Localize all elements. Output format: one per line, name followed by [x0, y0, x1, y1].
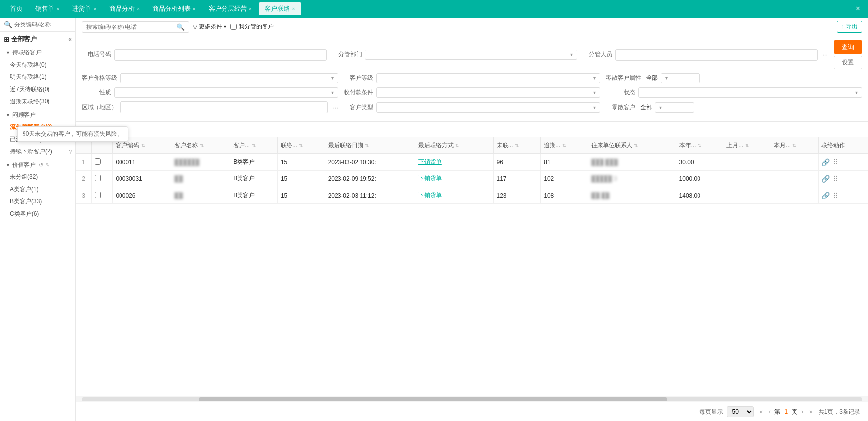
- sidebar-group-lost-title[interactable]: ▼ 闷顾客户: [0, 109, 75, 121]
- more-action-icon-3[interactable]: ⠿: [833, 192, 838, 199]
- link-action-icon-1[interactable]: 🔗: [821, 158, 830, 166]
- per-page-select[interactable]: 50 100 200: [727, 406, 754, 417]
- sidebar-item-week[interactable]: 近7天待联络(0): [0, 83, 75, 96]
- sort-code-icon: ⇅: [141, 143, 145, 148]
- col-overdue[interactable]: 逾期... ⇅: [541, 137, 588, 154]
- sidebar-search-input[interactable]: [14, 21, 76, 28]
- last-page-button[interactable]: »: [807, 407, 815, 416]
- filter-select-customer-type[interactable]: ▾: [376, 102, 600, 113]
- filter-select-price-level[interactable]: ▾: [120, 73, 338, 83]
- filter-select-payment[interactable]: ▾: [376, 87, 600, 98]
- col-contacts2[interactable]: 往来单位联系人 ⇅: [588, 137, 676, 154]
- export-button[interactable]: ↑ 导出: [837, 21, 862, 33]
- more-action-icon-2[interactable]: ⠿: [833, 175, 838, 183]
- filter-select-status[interactable]: ▾: [638, 87, 862, 98]
- row-checkbox-1[interactable]: [95, 158, 101, 165]
- value-refresh-icon[interactable]: ↺: [39, 162, 43, 168]
- col-contacts[interactable]: 联络... ⇅: [277, 137, 325, 154]
- manager-dots-icon[interactable]: ···: [822, 51, 828, 58]
- filter-select-customer-level[interactable]: ▾: [376, 73, 600, 83]
- close-tab-purchase-icon[interactable]: ×: [93, 6, 96, 12]
- row-checkbox-2[interactable]: [95, 175, 101, 181]
- filter-label-manager: 分管人员: [583, 50, 612, 59]
- row-overdue-1: 81: [541, 154, 588, 171]
- col-last-way[interactable]: 最后联络方式 ⇅: [415, 137, 493, 154]
- filter-select-nature[interactable]: ▾: [114, 87, 338, 98]
- col-type[interactable]: 客户... ⇅: [230, 137, 278, 154]
- filter-select-scatter-attr[interactable]: ▾: [661, 73, 700, 83]
- nav-tab-analysis[interactable]: 商品分析 ×: [103, 2, 145, 15]
- filter-input-region[interactable]: [120, 101, 328, 113]
- row-type-1: B类客户: [230, 154, 278, 171]
- row-unlinked-2: 117: [493, 171, 541, 187]
- close-tab-customer-layer-icon[interactable]: ×: [249, 6, 252, 12]
- value-edit-icon[interactable]: ✎: [45, 162, 49, 168]
- sort-type-icon: ⇅: [252, 143, 256, 148]
- nav-tab-customer-layer[interactable]: 客户分层经营 ×: [203, 2, 258, 15]
- next-page-button[interactable]: ›: [799, 407, 805, 416]
- nav-home[interactable]: 首页: [4, 2, 28, 15]
- sidebar-item-today[interactable]: 今天待联络(0): [0, 59, 75, 71]
- row-this-month-3: [771, 187, 819, 204]
- table-area: 客户编码 ⇅ 客户名称 ⇅ 客户... ⇅ 联络...: [76, 137, 868, 396]
- filter-select-retail[interactable]: ▾: [655, 102, 694, 113]
- row-last-way-3: 下销货单: [415, 187, 493, 204]
- sidebar-item-tomorrow[interactable]: 明天待联络(1): [0, 71, 75, 83]
- h-scroll-track[interactable]: [82, 397, 862, 401]
- col-unlinked[interactable]: 未联... ⇅: [493, 137, 541, 154]
- filter-input-phone[interactable]: [114, 49, 327, 61]
- close-tab-analysis-list-icon[interactable]: ×: [193, 6, 195, 12]
- nav-tab-analysis-list[interactable]: 商品分析列表 ×: [146, 2, 201, 15]
- filter-select-dept[interactable]: ▾: [365, 50, 578, 60]
- filter-field-phone: 电话号码: [82, 49, 327, 61]
- filter-input-manager[interactable]: [615, 49, 818, 61]
- toolbar-row: ⚙: [76, 122, 868, 137]
- h-scroll-thumb[interactable]: [199, 397, 667, 401]
- sidebar-item-overdue[interactable]: 逾期未联络(30): [0, 96, 75, 108]
- chevron-pricelevel-icon: ▾: [331, 75, 334, 81]
- sidebar-item-c-class[interactable]: C类客户(6): [0, 208, 75, 220]
- link-action-icon-2[interactable]: 🔗: [821, 175, 830, 183]
- filter-label-region: 区域（地区）: [82, 103, 117, 112]
- sidebar-item-declining[interactable]: 持续下滑客户(2) ?: [0, 146, 75, 158]
- search-submit-icon[interactable]: 🔍: [176, 23, 185, 31]
- collapse-icon[interactable]: «: [68, 36, 72, 43]
- query-button[interactable]: 查询: [834, 40, 862, 54]
- sidebar-group-value-title[interactable]: ▼ 价值客户 ↺ ✎: [0, 159, 75, 171]
- region-dots-icon[interactable]: ···: [333, 104, 338, 111]
- nav-tab-purchase[interactable]: 进货单 ×: [66, 2, 102, 15]
- close-tab-customer-link-icon[interactable]: ×: [292, 6, 295, 12]
- prev-page-button[interactable]: ‹: [767, 407, 772, 416]
- nav-tab-sales[interactable]: 销售单 ×: [29, 2, 65, 15]
- col-last-date[interactable]: 最后联络日期 ⇅: [325, 137, 415, 154]
- row-action-3: 🔗 ⠿: [818, 187, 868, 204]
- nav-tab-customer-link[interactable]: 客户联络 ×: [259, 2, 301, 15]
- sidebar-item-b-class[interactable]: B类客户(33): [0, 196, 75, 208]
- sidebar-group-pending-title[interactable]: ▼ 待联络客户: [0, 47, 75, 59]
- more-action-icon-1[interactable]: ⠿: [833, 158, 838, 166]
- sort-name-icon: ⇅: [200, 143, 204, 148]
- more-filter-button[interactable]: ▽ 更多条件 ▾: [193, 23, 226, 31]
- close-all-button[interactable]: ×: [852, 4, 864, 13]
- link-action-icon-3[interactable]: 🔗: [821, 192, 830, 199]
- col-name[interactable]: 客户名称 ⇅: [171, 137, 230, 154]
- filter-label-status: 状态: [606, 88, 635, 97]
- sidebar: 🔍 ⊞ 全部客户 « ▼ 待联络客户 今天待联络(0) 明天待联络(1) 近7天: [0, 18, 76, 421]
- col-this-year[interactable]: 本年... ⇅: [676, 137, 723, 154]
- row-last-date-1: 2023-03-02 10:30:: [325, 154, 415, 171]
- my-customer-checkbox-label[interactable]: 我分管的客户: [230, 23, 274, 31]
- col-last-month[interactable]: 上月... ⇅: [723, 137, 771, 154]
- first-page-button[interactable]: «: [758, 407, 765, 416]
- settings-button[interactable]: 设置: [834, 56, 862, 69]
- close-tab-analysis-icon[interactable]: ×: [137, 6, 140, 12]
- search-input[interactable]: [86, 24, 174, 30]
- row-checkbox-3[interactable]: [95, 192, 101, 198]
- sidebar-item-a-class[interactable]: A类客户(1): [0, 183, 75, 196]
- col-this-month[interactable]: 本月... ⇅: [771, 137, 819, 154]
- my-customer-checkbox[interactable]: [230, 24, 237, 30]
- all-customers-header[interactable]: ⊞ 全部客户 «: [0, 32, 75, 47]
- sidebar-item-ungroup[interactable]: 未分组(32): [0, 171, 75, 183]
- top-nav: 首页 销售单 × 进货单 × 商品分析 × 商品分析列表 × 客户分层经营 × …: [0, 0, 868, 18]
- grid-icon: ⊞: [4, 36, 9, 43]
- close-tab-sales-icon[interactable]: ×: [56, 6, 59, 12]
